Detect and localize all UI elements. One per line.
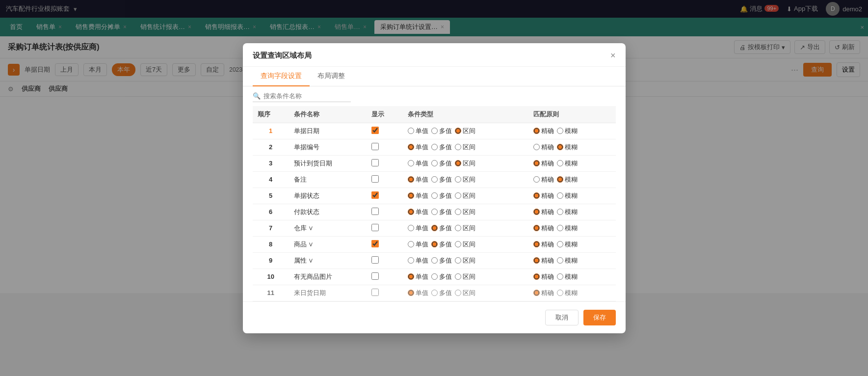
row-name: 属性 ∨	[289, 252, 367, 269]
row-display[interactable]	[367, 236, 403, 252]
row-match: 精确 模糊	[528, 123, 616, 139]
row-match: 精确 模糊	[528, 220, 616, 236]
row-index: 4	[253, 171, 289, 188]
cancel-button[interactable]: 取消	[545, 310, 579, 325]
row-index: 6	[253, 204, 289, 220]
tab-layout-label: 布局调整	[317, 72, 345, 80]
match-fuzzy[interactable]: 模糊	[557, 127, 578, 135]
search-box: 🔍	[253, 92, 351, 102]
table-row: 6 付款状态 单值 多值 区间 精确	[253, 204, 616, 220]
type-range[interactable]: 区间	[455, 127, 475, 135]
row-match: 精确 模糊	[528, 171, 616, 188]
table-row: 1 单据日期 单值 多值 区间 精确	[253, 123, 616, 139]
row-index: 10	[253, 269, 289, 285]
row-match: 精确 模糊	[528, 204, 616, 220]
row-type: 单值 多值 区间	[403, 123, 528, 139]
th-type: 条件类型	[403, 106, 528, 123]
table-row: 5 单据状态 单值 多值 区间 精确	[253, 188, 616, 204]
row-index: 3	[253, 155, 289, 171]
dialog-header: 设置查询区域布局 ×	[243, 43, 626, 67]
row-display[interactable]	[367, 220, 403, 236]
th-name: 条件名称	[289, 106, 367, 123]
row-type: 单值 多值 区间	[403, 285, 528, 301]
th-display: 显示	[367, 106, 403, 123]
row-index: 9	[253, 252, 289, 269]
row-display[interactable]	[367, 123, 403, 139]
table-row: 10 有无商品图片 单值 多值 区间 精确	[253, 269, 616, 285]
row-name: 来日货日期	[289, 285, 367, 301]
table-row: 11 来日货日期 单值 多值 区间 精确	[253, 285, 616, 301]
row-type: 单值 多值 区间	[403, 155, 528, 171]
dialog-footer: 取消 保存	[243, 301, 626, 333]
tab-query-fields[interactable]: 查询字段设置	[253, 67, 310, 86]
row-display[interactable]	[367, 252, 403, 269]
row-display[interactable]	[367, 285, 403, 301]
config-table: 顺序 条件名称 显示 条件类型 匹配原则 1 单据日期	[253, 106, 616, 301]
table-row: 2 单据编号 单值 多值 区间 精确	[253, 139, 616, 155]
row-match: 精确 模糊	[528, 285, 616, 301]
row-index: 1	[253, 123, 289, 139]
row-display[interactable]	[367, 155, 403, 171]
row-match: 精确 模糊	[528, 188, 616, 204]
tab-query-fields-label: 查询字段设置	[261, 72, 302, 80]
row-display[interactable]	[367, 204, 403, 220]
row-match: 精确 模糊	[528, 139, 616, 155]
table-row: 9 属性 ∨ 单值 多值 区间 精确	[253, 252, 616, 269]
row-name: 仓库 ∨	[289, 220, 367, 236]
row-display[interactable]	[367, 139, 403, 155]
row-match: 精确 模糊	[528, 252, 616, 269]
type-single[interactable]: 单值	[408, 127, 428, 135]
row-match: 精确 模糊	[528, 236, 616, 252]
row-name: 单据编号	[289, 139, 367, 155]
row-display[interactable]	[367, 171, 403, 188]
search-input[interactable]	[263, 92, 351, 100]
row-name: 单据日期	[289, 123, 367, 139]
row-index: 11	[253, 285, 289, 301]
row-type: 单值 多值 区间	[403, 269, 528, 285]
row-index: 7	[253, 220, 289, 236]
row-index: 5	[253, 188, 289, 204]
row-type: 单值 多值 区间	[403, 236, 528, 252]
row-name: 备注	[289, 171, 367, 188]
save-button[interactable]: 保存	[583, 310, 616, 325]
row-name: 预计到货日期	[289, 155, 367, 171]
search-icon: 🔍	[253, 92, 261, 100]
row-index: 8	[253, 236, 289, 252]
type-multi[interactable]: 多值	[431, 127, 452, 135]
dialog: 设置查询区域布局 × 查询字段设置 布局调整 🔍 顺序 条件名称	[243, 43, 626, 333]
table-row: 4 备注 单值 多值 区间 精确	[253, 171, 616, 188]
dialog-close-button[interactable]: ×	[610, 51, 616, 60]
row-index: 2	[253, 139, 289, 155]
row-type: 单值 多值 区间	[403, 220, 528, 236]
match-exact[interactable]: 精确	[533, 127, 554, 135]
row-name: 单据状态	[289, 188, 367, 204]
modal-overlay: 设置查询区域布局 × 查询字段设置 布局调整 🔍 顺序 条件名称	[0, 0, 868, 376]
row-type: 单值 多值 区间	[403, 188, 528, 204]
row-name: 商品 ∨	[289, 236, 367, 252]
th-match: 匹配原则	[528, 106, 616, 123]
row-match: 精确 模糊	[528, 269, 616, 285]
dialog-tabs: 查询字段设置 布局调整	[243, 67, 626, 86]
row-type: 单值 多值 区间	[403, 171, 528, 188]
th-order: 顺序	[253, 106, 289, 123]
row-type: 单值 多值 区间	[403, 204, 528, 220]
table-row: 7 仓库 ∨ 单值 多值 区间 精确	[253, 220, 616, 236]
row-name: 付款状态	[289, 204, 367, 220]
row-display[interactable]	[367, 269, 403, 285]
row-display[interactable]	[367, 188, 403, 204]
table-row: 8 商品 ∨ 单值 多值 区间 精确	[253, 236, 616, 252]
row-type: 单值 多值 区间	[403, 252, 528, 269]
tab-layout[interactable]: 布局调整	[310, 67, 353, 86]
row-match: 精确 模糊	[528, 155, 616, 171]
table-row: 3 预计到货日期 单值 多值 区间 精确	[253, 155, 616, 171]
dialog-title: 设置查询区域布局	[253, 51, 312, 60]
row-name: 有无商品图片	[289, 269, 367, 285]
row-type: 单值 多值 区间	[403, 139, 528, 155]
